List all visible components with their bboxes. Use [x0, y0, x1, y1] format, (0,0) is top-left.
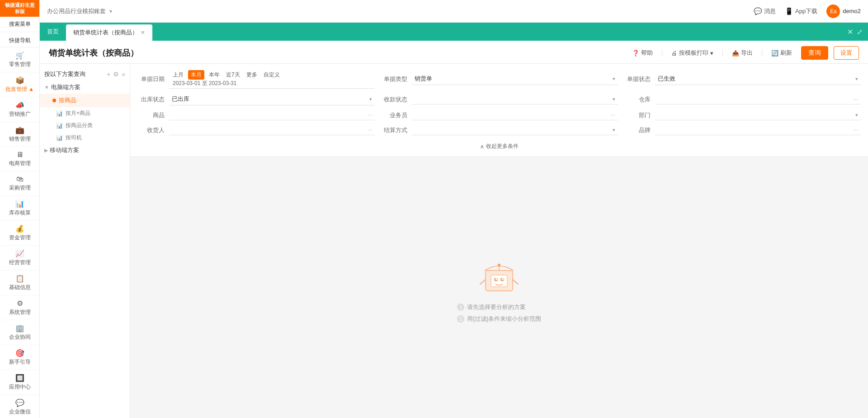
sidebar-item-basic[interactable]: 📋 基础信息 — [0, 271, 39, 295]
empty-text-1: 请先选择要分析的方案 — [467, 303, 526, 311]
sidebar-item-appstore[interactable]: 🔲 应用中心 — [0, 370, 39, 395]
empty-line-1: 1 请先选择要分析的方案 — [457, 303, 526, 311]
scheme-item-by-month-product[interactable]: 📊 按月+商品 — [40, 107, 130, 119]
status-value: 已生效 — [658, 75, 855, 83]
scheme-item-by-month-product-label: 按月+商品 — [66, 109, 90, 117]
scheme-add-icon[interactable]: + — [107, 71, 110, 78]
filter-cell-outbound: 出库状态 已出库 ▾ — [137, 93, 375, 105]
active-dot — [52, 99, 56, 102]
quicknav-label[interactable]: 快捷导航 — [9, 35, 31, 46]
settings-button[interactable]: 设置 — [834, 46, 859, 60]
status-select[interactable]: 已生效 ▾ — [655, 73, 861, 85]
receiver-dots-icon[interactable]: ··· — [368, 127, 372, 133]
tab-minimize-icon[interactable]: ✕ — [847, 28, 853, 36]
sidebar-item-wholesale[interactable]: 📦 批发管理 ▲ — [0, 72, 39, 97]
filter-cell-department: 部门 ▾ — [623, 110, 861, 120]
sidebar-item-enterprise[interactable]: 🏢 企业协同 — [0, 320, 39, 345]
salesperson-dots-icon[interactable]: ··· — [611, 112, 615, 118]
product-field[interactable]: ··· — [169, 110, 375, 120]
date-tab-7days[interactable]: 近7天 — [224, 70, 242, 80]
sidebar-search[interactable]: 搜索菜单 — [0, 17, 39, 32]
settlement-select[interactable]: ▾ — [412, 125, 618, 135]
filter-row-3: 商品 ··· 业务员 ··· — [137, 110, 861, 120]
sidebar-item-retail[interactable]: 🛒 零售管理 — [0, 48, 39, 72]
sales-label: 销售管理 — [9, 135, 31, 143]
warehouse-field[interactable]: ··· — [655, 94, 861, 104]
tab-close-icon[interactable]: ✕ — [141, 30, 145, 35]
sidebar-item-finance[interactable]: 💰 资金管理 — [0, 221, 39, 246]
payment-select[interactable]: ▾ — [412, 95, 618, 104]
type-select[interactable]: 销货单 ▾ — [412, 73, 618, 85]
separator-2 — [722, 49, 723, 57]
search-menu-label[interactable]: 搜索菜单 — [9, 20, 31, 28]
receiver-field[interactable]: ··· — [169, 125, 375, 135]
settlement-arrow-icon: ▾ — [613, 127, 615, 133]
print-label: 按模板打印 — [679, 49, 708, 57]
refresh-button[interactable]: 🔄 刷新 — [768, 47, 796, 59]
tabbar-controls: ✕ ⤢ — [842, 28, 868, 36]
breadcrumb-dropdown-icon[interactable]: ▾ — [109, 8, 112, 14]
group-collapsed-icon: ▶ — [44, 147, 48, 153]
scheme-collapse-icon[interactable]: « — [122, 71, 125, 78]
brand-field[interactable]: ··· — [655, 125, 861, 135]
department-select[interactable]: ▾ — [655, 110, 861, 120]
salesperson-field[interactable]: ··· — [412, 110, 618, 120]
filter-cell-settlement: 结算方式 ▾ — [380, 125, 618, 135]
scheme-settings-icon[interactable]: ⚙ — [113, 71, 119, 78]
query-button[interactable]: 查询 — [801, 46, 828, 60]
settlement-label: 结算方式 — [380, 126, 412, 134]
export-button[interactable]: 📤 导出 — [728, 47, 756, 59]
topbar: 办公用品行业模拟账套 ▾ 💬 消息 📱 App下载 Ea demo2 — [40, 0, 868, 23]
date-label: 单据日期 — [137, 75, 169, 83]
scheme-item-by-printer-label: 按司机 — [66, 134, 82, 142]
settings-label: 设置 — [840, 49, 852, 57]
print-button[interactable]: 🖨 按模板打印 ▾ — [668, 47, 717, 59]
type-label: 单据类型 — [380, 75, 412, 83]
svg-line-8 — [480, 280, 486, 284]
filter-row-1: 单据日期 上月 本月 本年 近7天 更多 自定义 20 — [137, 69, 861, 89]
message-action[interactable]: 💬 消息 — [754, 7, 776, 15]
sidebar-item-sales[interactable]: 💼 销售管理 — [0, 122, 39, 147]
collapse-bar[interactable]: ∧ 收起更多条件 — [137, 140, 861, 151]
sidebar-item-newbie[interactable]: 🎯 新手引导 — [0, 345, 39, 370]
scheme-item-by-product[interactable]: 按商品 — [40, 94, 130, 107]
query-label: 查询 — [808, 49, 821, 57]
purchase-label: 采购管理 — [9, 184, 31, 192]
sidebar-item-purchase[interactable]: 🛍 采购管理 — [0, 171, 39, 196]
warehouse-dots-icon[interactable]: ··· — [854, 96, 858, 102]
tab-expand-icon[interactable]: ⤢ — [857, 28, 863, 36]
filter-table-panel: 单据日期 上月 本月 本年 近7天 更多 自定义 20 — [130, 64, 868, 418]
date-tab-lastmonth[interactable]: 上月 — [171, 70, 185, 80]
empty-text-2: 用[过滤]条件来缩小分析范围 — [467, 315, 541, 323]
outbound-select[interactable]: 已出库 ▾ — [169, 93, 375, 105]
product-dots-icon[interactable]: ··· — [368, 112, 372, 118]
sidebar-item-marketing[interactable]: 📣 营销推广 — [0, 97, 39, 122]
tab-home[interactable]: 首页 — [40, 23, 66, 41]
date-tab-thismonth[interactable]: 本月 — [188, 70, 204, 80]
scheme-item-by-printer[interactable]: 📊 按司机 — [40, 132, 130, 144]
app-download-action[interactable]: 📱 App下载 — [785, 7, 817, 15]
date-tab-custom[interactable]: 自定义 — [262, 70, 282, 80]
sidebar-item-ecommerce[interactable]: 🖥 电商管理 — [0, 147, 39, 171]
sidebar-item-system[interactable]: ⚙ 系统管理 — [0, 295, 39, 320]
brand-dots-icon[interactable]: ··· — [854, 127, 858, 133]
sidebar-item-inventory[interactable]: 📊 库存核算 — [0, 196, 39, 221]
sidebar-item-operation[interactable]: 📈 经营管理 — [0, 246, 39, 271]
retail-label: 零售管理 — [9, 61, 31, 68]
empty-state: 1 请先选择要分析的方案 2 用[过滤]条件来缩小分析范围 — [130, 157, 868, 418]
wholesale-label: 批发管理 ▲ — [5, 86, 34, 93]
help-button[interactable]: ❓ 帮助 — [628, 47, 656, 59]
enterprise-icon: 🏢 — [15, 324, 24, 332]
scheme-item-by-category[interactable]: 📊 按商品分类 — [40, 119, 130, 132]
operation-label: 经营管理 — [9, 259, 31, 266]
two-panel: 按以下方案查询 + ⚙ « ▼ 电脑端方案 按商品 — [40, 64, 868, 418]
user-menu[interactable]: Ea demo2 — [826, 5, 861, 18]
scheme-group-desktop-header[interactable]: ▼ 电脑端方案 — [40, 81, 130, 94]
tab-report[interactable]: 销货单统计表（按商品） ✕ — [66, 24, 152, 41]
date-tab-more[interactable]: 更多 — [245, 70, 259, 80]
scheme-group-mobile-header[interactable]: ▶ 移动端方案 — [40, 144, 130, 157]
status-arrow-icon: ▾ — [855, 76, 858, 82]
date-tab-thisyear[interactable]: 本年 — [207, 70, 222, 80]
separator-3 — [762, 49, 762, 57]
sidebar-item-wechat[interactable]: 💬 企业微信 — [0, 395, 39, 418]
